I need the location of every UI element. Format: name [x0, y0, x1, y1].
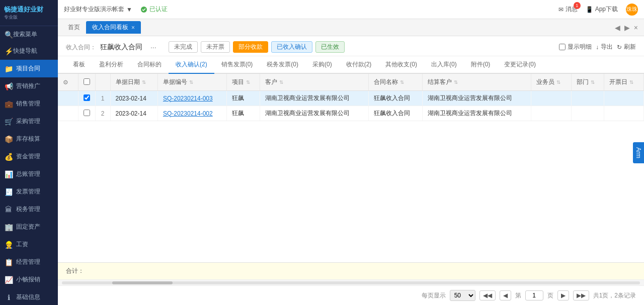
sidebar-marketing-label: 营销推广 [16, 82, 40, 90]
refresh-button[interactable]: ↻ 刷新 [617, 43, 636, 51]
horizontal-scrollbar[interactable] [58, 279, 644, 285]
th-contract-name[interactable]: 合同名称⇅ [369, 74, 423, 91]
inner-tab-收付款[interactable]: 收付款(2) [339, 56, 379, 74]
th-date[interactable]: 单据日期⇅ [110, 74, 157, 91]
sidebar-item-search[interactable]: 🔍 搜索菜单 [0, 26, 58, 43]
tab-home[interactable]: 首页 [64, 23, 84, 32]
per-page-select[interactable]: 20 50 100 [450, 290, 475, 301]
status-effective[interactable]: 已生效 [315, 41, 345, 53]
topbar-right: ✉ 1 消息 📱 App下载 珠珠 [558, 4, 638, 16]
table-row[interactable]: 2 2023-02-14 SQ-20230214-002 狂飙 湖南卫视商业运营… [58, 106, 644, 121]
sidebar-ops-label: 经营管理 [16, 258, 40, 266]
th-customer[interactable]: 客户⇅ [260, 74, 369, 91]
inner-tab-盈利分析[interactable]: 盈利分析 [92, 56, 130, 74]
th-salesperson-label: 业务员 [536, 78, 554, 86]
tab-prev-icon[interactable]: ◀ [615, 24, 620, 32]
inner-tab-收入确认[interactable]: 收入确认(2) [169, 56, 214, 74]
td-project: 狂飙 [227, 91, 260, 106]
sidebar-item-payroll[interactable]: 👷 工资 [0, 236, 58, 253]
th-salesperson[interactable]: 业务员⇅ [531, 74, 571, 91]
sidebar-item-ops[interactable]: 📋 经营管理 [0, 253, 58, 271]
sort-settle-icon: ⇅ [454, 79, 458, 85]
sidebar-item-invoice[interactable]: 🧾 发票管理 [0, 183, 58, 200]
pagination-page-label: 第 [515, 291, 521, 300]
status-incomplete[interactable]: 未完成 [169, 41, 198, 53]
float-right-button[interactable]: Arm [633, 142, 644, 163]
status-partial-receipt[interactable]: 部分收款 [233, 41, 268, 53]
inner-tab-变更记录[interactable]: 变更记录(0) [497, 56, 543, 74]
pagination-last-button[interactable]: ▶▶ [573, 290, 589, 300]
sidebar-item-sales[interactable]: 💼 销售管理 [0, 95, 58, 113]
show-detail-checkbox-label[interactable]: 显示明细 [559, 43, 592, 51]
scrollbar-thumb[interactable] [112, 281, 173, 284]
td-code[interactable]: SQ-20230214-003 [157, 91, 226, 106]
sidebar-item-ledger[interactable]: 📊 总账管理 [0, 165, 58, 183]
th-open-date[interactable]: 开票日⇅ [604, 74, 643, 91]
th-code[interactable]: 单据编号⇅ [157, 74, 226, 91]
inner-tab-合同标的[interactable]: 合同标的 [130, 56, 169, 74]
expense-icon: 📈 [4, 276, 13, 284]
th-project[interactable]: 项目⇅ [227, 74, 260, 91]
th-settle-customer[interactable]: 结算客户⇅ [422, 74, 531, 91]
scrollbar-track[interactable] [62, 281, 640, 284]
show-detail-checkbox[interactable] [559, 44, 566, 50]
message-button[interactable]: ✉ 1 消息 [558, 5, 578, 14]
sidebar-sales-label: 销售管理 [16, 99, 40, 108]
sidebar-item-quicknav[interactable]: ⚡ 快捷导航 [0, 43, 58, 60]
tab-close-icon[interactable]: × [634, 24, 638, 32]
inner-tab-税务发票[interactable]: 税务发票(0) [260, 56, 305, 74]
td-checkbox[interactable] [78, 91, 95, 106]
status-revenue-confirmed[interactable]: 已收入确认 [271, 41, 312, 53]
export-button[interactable]: ↓ 导出 [596, 43, 613, 51]
inner-tab-出入库[interactable]: 出入库(0) [424, 56, 464, 74]
pagination-next-button[interactable]: ▶ [557, 290, 569, 300]
pagination-first-button[interactable]: ◀◀ [479, 290, 496, 300]
sidebar-item-finance[interactable]: 💰 资金管理 [0, 148, 58, 165]
company-selector[interactable]: 好业财专业版演示帐套 ▼ [64, 5, 132, 14]
per-page-label: 每页显示 [422, 291, 446, 300]
company-name: 好业财专业版演示帐套 [64, 5, 124, 14]
close-tab-icon[interactable]: × [131, 24, 135, 31]
sort-customer-icon: ⇅ [279, 79, 283, 85]
breadcrumb-label: 收入合同： [66, 44, 96, 51]
status-uninvoiced[interactable]: 未开票 [201, 41, 230, 53]
sidebar-item-expense[interactable]: 📈 小畅报销 [0, 271, 58, 288]
more-options-icon[interactable]: ··· [147, 42, 159, 52]
inner-tab-销售发票[interactable]: 销售发票(0) [214, 56, 260, 74]
pagination-page-input[interactable] [525, 290, 543, 300]
inner-tab-看板[interactable]: 看板 [66, 56, 92, 74]
sidebar-item-project[interactable]: 📁 项目合同 [0, 60, 58, 77]
inner-tab-其他收支[interactable]: 其他收支(0) [378, 56, 424, 74]
tab-contract-board[interactable]: 收入合同看板 × [86, 21, 141, 34]
inner-tab-附件[interactable]: 附件(0) [464, 56, 498, 74]
table-wrapper[interactable]: ⚙ 单据日期⇅ 单据编号⇅ 项目⇅ 客户⇅ 合同名称⇅ 结算客户⇅ 业务员⇅ 部… [58, 74, 644, 262]
total-label: 合计： [66, 267, 84, 274]
th-settings[interactable]: ⚙ [58, 74, 78, 91]
th-checkbox[interactable] [78, 74, 95, 91]
sidebar-item-tax[interactable]: 🏛 税务管理 [0, 200, 58, 218]
th-department[interactable]: 部门⇅ [571, 74, 604, 91]
td-code[interactable]: SQ-20230214-002 [157, 106, 226, 121]
sidebar-quicknav-label: 快捷导航 [13, 47, 37, 55]
sidebar-item-basics[interactable]: ℹ 基础信息 [0, 288, 58, 305]
table-row[interactable]: 1 2023-02-14 SQ-20230214-003 狂飙 湖南卫视商业运营… [58, 91, 644, 106]
sidebar-payroll-label: 工资 [16, 240, 28, 249]
record-link[interactable]: SQ-20230214-003 [163, 95, 213, 102]
sidebar-item-inventory[interactable]: 📦 库存核算 [0, 130, 58, 148]
pagination-prev-button[interactable]: ◀ [500, 290, 511, 300]
record-link[interactable]: SQ-20230214-002 [163, 110, 213, 117]
column-settings-icon[interactable]: ⚙ [63, 79, 68, 86]
td-checkbox[interactable] [78, 106, 95, 121]
tab-next-icon[interactable]: ▶ [624, 24, 630, 32]
sidebar-item-marketing[interactable]: 📢 营销推广 [0, 77, 58, 95]
sidebar-inventory-label: 库存核算 [16, 135, 40, 143]
user-avatar-button[interactable]: 珠珠 [626, 4, 638, 16]
row-checkbox[interactable] [84, 94, 90, 101]
row-checkbox[interactable] [84, 110, 90, 116]
select-all-checkbox[interactable] [84, 78, 90, 85]
sidebar-fixedassets-label: 固定资产 [16, 223, 40, 231]
app-download-button[interactable]: 📱 App下载 [586, 5, 618, 14]
sidebar-item-fixedassets[interactable]: 🏢 固定资产 [0, 218, 58, 236]
inner-tab-采购[interactable]: 采购(0) [305, 56, 339, 74]
sidebar-item-purchase[interactable]: 🛒 采购管理 [0, 113, 58, 130]
